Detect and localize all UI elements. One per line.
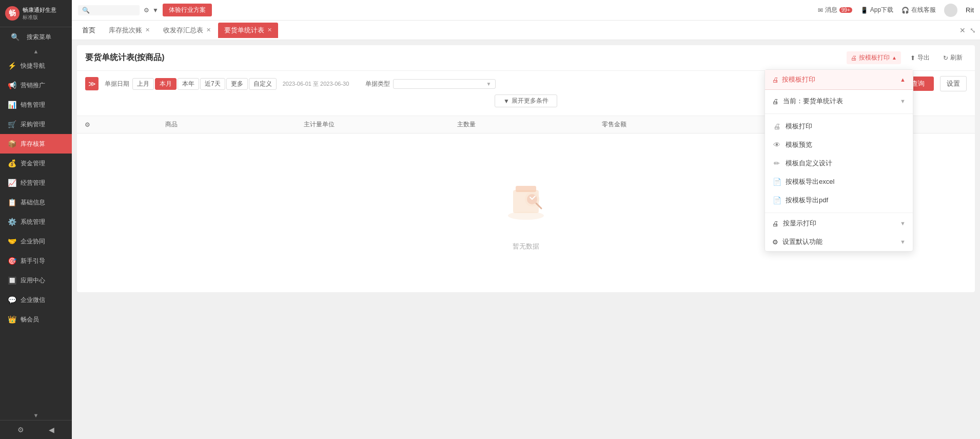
- topbar-left: 🔍 ⚙ ▼ 体验行业方案: [78, 4, 212, 16]
- refresh-btn[interactable]: ↻ 刷新: [939, 51, 967, 64]
- tab-shoufa-huizong[interactable]: 收发存汇总表 ✕: [157, 23, 217, 38]
- date-range-display: 2023-06-01 至 2023-06-30: [283, 80, 349, 88]
- dropdown-item-template-preview[interactable]: 👁 模板预览: [765, 136, 913, 154]
- user-name: Rit: [966, 6, 974, 14]
- tab-home[interactable]: 首页: [76, 23, 102, 38]
- topbar-right: ✉ 消息 99+ 📱 App下载 🎧 在线客服 Rit: [818, 4, 974, 17]
- online-service-btn[interactable]: 🎧 在线客服: [901, 6, 936, 14]
- dropdown-items-section: 🖨 模板打印 👁 模板预览 ✏ 模板自定义设计 📄 按模板导出excel 📄 按…: [765, 115, 913, 212]
- phone-icon: 📱: [860, 7, 868, 14]
- tab-close-all-icon[interactable]: ✕: [959, 26, 966, 34]
- date-btn-custom[interactable]: 自定义: [249, 78, 277, 90]
- sidebar-item-kuaijie[interactable]: ⚡ 快捷导航: [0, 56, 72, 75]
- tab-kucun-pizhi-close[interactable]: ✕: [145, 27, 150, 33]
- dropdown-item-template-pdf[interactable]: 📄 按模板导出pdf: [765, 191, 913, 209]
- tab-yaohuo-tongji[interactable]: 要货单统计表 ✕: [218, 23, 278, 38]
- dropdown-display-print[interactable]: 🖨 按显示打印 ▼: [765, 214, 913, 233]
- sidebar-item-jingying[interactable]: 📈 经营管理: [0, 173, 72, 193]
- dropdown-close-icon[interactable]: ▲: [900, 77, 906, 83]
- sidebar-item-caigou[interactable]: 🛒 采购管理: [0, 114, 72, 134]
- sidebar: 畅 畅康通好生意 标准版 🔍 搜索菜单 ▲ ⚡ 快捷导航 📢 营销推广 📊 销售…: [0, 0, 72, 439]
- headset-icon: 🎧: [901, 7, 909, 14]
- dropdown-default-fn[interactable]: ⚙ 设置默认功能 ▼: [765, 233, 913, 251]
- sidebar-item-yingyong[interactable]: 🔲 应用中心: [0, 271, 72, 290]
- dropdown-current-item[interactable]: 🖨 当前：要货单统计表 ▼: [765, 92, 913, 110]
- dropdown-item-template-print[interactable]: 🖨 模板打印: [765, 117, 913, 136]
- template-pdf-icon: 📄: [772, 196, 781, 204]
- expand-more-filters-btn[interactable]: ▼ 展开更多条件: [495, 94, 557, 107]
- th-unit: 主计量单位: [245, 120, 393, 129]
- home-tab-label: 首页: [82, 26, 95, 35]
- dropdown-menu: 🖨 按模板打印 ▲ 🖨 当前：要货单统计表 ▼ 🖨 模板打印 👁 模板预览 ✏ …: [765, 69, 913, 252]
- settings-button[interactable]: 设置: [940, 76, 967, 91]
- nav-dropdown-btn[interactable]: ▼: [152, 7, 159, 14]
- tab-shoufa-huizong-label: 收发存汇总表: [163, 26, 203, 35]
- tab-yaohuo-tongji-label: 要货单统计表: [224, 26, 264, 35]
- tab-kucun-pizhi[interactable]: 库存批次账 ✕: [103, 23, 156, 38]
- print-icon: 🖨: [851, 54, 857, 62]
- nav-icon-weixin: 💬: [7, 295, 16, 304]
- date-btn-last-month[interactable]: 上月: [132, 78, 154, 90]
- empty-text: 暂无数据: [513, 242, 539, 251]
- dropdown-title: 🖨 按模板打印: [772, 75, 815, 84]
- type-select[interactable]: ▼: [393, 79, 496, 89]
- type-label: 单据类型: [365, 80, 390, 88]
- sidebar-item-kucun[interactable]: 📦 库存核算: [0, 134, 72, 154]
- nav-icon-jichu: 📋: [7, 198, 16, 207]
- topbar-search-input[interactable]: [90, 7, 136, 14]
- search-menu-item[interactable]: 🔍 搜索菜单: [0, 27, 72, 47]
- settings-icon[interactable]: ⚙: [17, 426, 24, 434]
- date-filter: 单据日期 上月 本月 本年 近7天 更多 自定义 2023-06-01 至 20…: [105, 78, 349, 90]
- sidebar-item-weixin[interactable]: 💬 企业微信: [0, 290, 72, 310]
- dropdown-item-template-design[interactable]: ✏ 模板自定义设计: [765, 154, 913, 173]
- expand-down-icon: ▼: [503, 98, 509, 105]
- sidebar-item-qiye[interactable]: 🤝 企业协同: [0, 232, 72, 251]
- user-avatar[interactable]: [944, 4, 957, 17]
- dropdown-divider-2: [765, 213, 913, 213]
- experience-button[interactable]: 体验行业方案: [163, 4, 212, 16]
- sidebar-item-xitong[interactable]: ⚙️ 系统管理: [0, 212, 72, 232]
- date-buttons: 上月 本月 本年 近7天 更多 自定义: [132, 78, 277, 90]
- display-print-expand-icon: ▼: [900, 220, 906, 226]
- sidebar-logo: 畅 畅康通好生意 标准版: [0, 0, 72, 27]
- date-label: 单据日期: [105, 80, 129, 88]
- sidebar-item-jichu[interactable]: 📋 基础信息: [0, 193, 72, 212]
- nav-icon-caigou: 🛒: [7, 120, 16, 129]
- topbar-search-icon: 🔍: [82, 7, 90, 14]
- nav-icon-jingying: 📈: [7, 178, 16, 187]
- scroll-up-icon[interactable]: ▲: [33, 48, 39, 54]
- tab-shoufa-close[interactable]: ✕: [206, 27, 211, 33]
- date-btn-this-year[interactable]: 本年: [178, 78, 199, 90]
- sidebar-item-xinshou[interactable]: 🎯 新手引导: [0, 251, 72, 271]
- dropdown-item-template-excel[interactable]: 📄 按模板导出excel: [765, 173, 913, 191]
- th-checkbox: ⚙: [77, 121, 97, 128]
- export-btn[interactable]: ⬆ 导出: [906, 51, 934, 64]
- scroll-down-icon[interactable]: ▼: [33, 412, 39, 418]
- sidebar-item-huiyuan[interactable]: 👑 畅会员: [0, 310, 72, 329]
- logo-icon: 畅: [5, 6, 19, 21]
- sidebar-item-yingxiao[interactable]: 📢 营销推广: [0, 75, 72, 95]
- date-btn-more[interactable]: 更多: [226, 78, 248, 90]
- tab-expand-icon[interactable]: ⤡: [970, 26, 976, 34]
- date-btn-7days[interactable]: 近7天: [200, 78, 225, 90]
- nav-settings-btn[interactable]: ⚙: [144, 7, 149, 14]
- date-btn-this-month[interactable]: 本月: [155, 78, 177, 90]
- current-template-icon: 🖨: [772, 98, 779, 105]
- print-template-btn[interactable]: 🖨 按模板打印 ▲: [847, 51, 901, 64]
- app-download-btn[interactable]: 📱 App下载: [860, 6, 893, 14]
- page-header: 要货单统计表(按商品) 🖨 按模板打印 ▲ ⬆ 导出 ↻ 刷新: [77, 45, 975, 71]
- tab-yaohuo-close[interactable]: ✕: [267, 27, 272, 33]
- sidebar-item-zijin[interactable]: 💰 资金管理: [0, 154, 72, 173]
- message-icon: ✉: [818, 7, 823, 14]
- th-retail-amount: 零售金额: [540, 120, 688, 129]
- filter-expand-icon[interactable]: ≫: [85, 77, 99, 90]
- current-expand-icon: ▼: [900, 98, 906, 104]
- svg-rect-2: [516, 186, 536, 192]
- refresh-icon: ↻: [943, 54, 948, 62]
- tab-kucun-pizhi-label: 库存批次账: [109, 26, 142, 35]
- nav-icon-qiye: 🤝: [7, 237, 16, 246]
- template-excel-icon: 📄: [772, 178, 781, 186]
- collapse-icon[interactable]: ◀: [49, 426, 54, 434]
- sidebar-item-xiaoshou[interactable]: 📊 销售管理: [0, 95, 72, 114]
- message-btn[interactable]: ✉ 消息 99+: [818, 6, 852, 14]
